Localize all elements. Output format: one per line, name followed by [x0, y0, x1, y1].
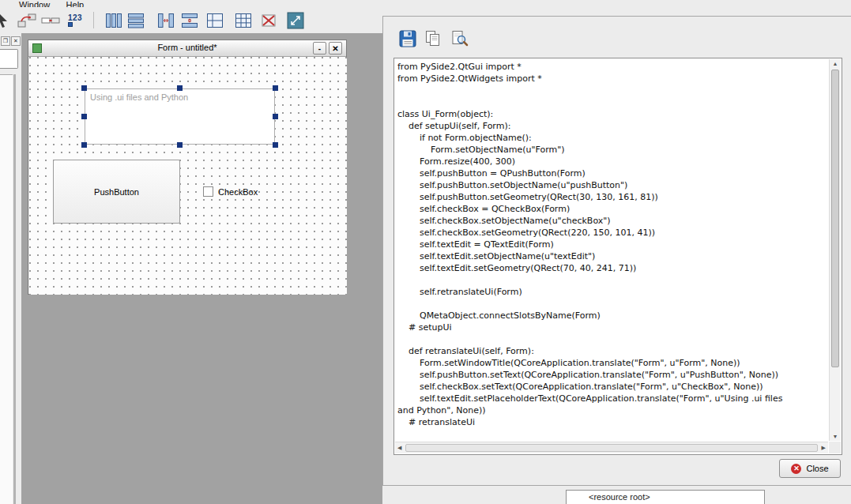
vertical-scroll-thumb[interactable]	[831, 70, 839, 367]
menu-window[interactable]: Window	[19, 0, 50, 7]
adjust-size-icon[interactable]	[284, 9, 306, 31]
tab-order-label: 123	[68, 14, 82, 21]
save-icon	[398, 29, 417, 48]
layout-splitter-vertical-icon[interactable]	[179, 9, 200, 31]
code-line	[397, 96, 827, 108]
code-line	[397, 274, 827, 286]
code-line: Form.setObjectName(u"Form")	[397, 144, 827, 156]
main-toolbar: 123	[0, 7, 382, 33]
code-line: and Python", None))	[397, 404, 827, 416]
code-line: from PySide2.QtWidgets import *	[397, 73, 827, 85]
edit-buddies-icon[interactable]	[40, 9, 61, 31]
widget-box-list[interactable]	[0, 74, 13, 504]
scroll-right-icon[interactable]: ▶	[822, 445, 826, 451]
tab-order-glyph: 123	[68, 14, 82, 27]
scroll-left-icon[interactable]: ◀	[397, 445, 401, 451]
scroll-up-icon[interactable]: ▲	[830, 61, 841, 66]
code-line: self.checkBox.setObjectName(u"checkBox")	[397, 215, 827, 227]
dock-float-button[interactable]: ❐	[1, 36, 10, 46]
resource-browser-panel: <resource root>	[566, 490, 765, 504]
code-line: QMetaObject.connectSlotsByName(Form)	[397, 310, 827, 322]
code-line: if not Form.objectName():	[397, 132, 827, 144]
scroll-down-icon[interactable]: ▼	[830, 434, 841, 439]
selection-handle[interactable]	[81, 85, 87, 91]
selection-handle[interactable]	[273, 142, 278, 148]
pushbutton-widget[interactable]: PushButton	[53, 160, 180, 224]
code-horizontal-scrollbar[interactable]: ◀ ▶	[395, 442, 828, 453]
code-line: # setupUi	[397, 322, 827, 333]
code-line: self.retranslateUi(Form)	[397, 286, 827, 298]
code-line: self.checkBox.setText(QCoreApplication.t…	[397, 381, 827, 393]
code-line: def retranslateUi(self, Form):	[397, 345, 827, 357]
close-button-label: Close	[806, 464, 828, 473]
code-line: self.checkBox.setGeometry(QRect(220, 150…	[397, 227, 827, 239]
code-lines: from PySide2.QtGui import *from PySide2.…	[397, 61, 827, 441]
scrollbar-corner	[829, 442, 841, 453]
copy-code-button[interactable]	[422, 28, 444, 50]
widget-filter-input[interactable]	[0, 49, 18, 69]
textedit-placeholder: Using .ui files and Python	[85, 89, 274, 105]
copy-icon	[424, 29, 442, 48]
code-line: self.pushButton.setObjectName(u"pushButt…	[397, 179, 827, 191]
code-line: self.pushButton.setText(QCoreApplication…	[397, 369, 827, 381]
menu-help[interactable]: Help	[66, 0, 85, 7]
save-code-button[interactable]	[397, 28, 419, 50]
code-line: self.checkBox = QCheckBox(Form)	[397, 203, 827, 215]
code-line: self.textEdit.setPlaceholderText(QCoreAp…	[397, 393, 827, 404]
code-line	[397, 85, 827, 96]
tab-order-square	[68, 22, 73, 27]
edit-signals-slots-icon[interactable]	[16, 9, 37, 31]
menubar: Window Help	[0, 0, 851, 7]
code-line: Form.resize(400, 300)	[397, 156, 827, 167]
textedit-widget[interactable]: Using .ui files and Python	[85, 88, 275, 145]
checkbox-widget[interactable]: CheckBox	[203, 175, 283, 208]
resource-root-item[interactable]: <resource root>	[567, 491, 764, 503]
code-line: self.pushButton = QPushButton(Form)	[397, 167, 827, 179]
minimize-button[interactable]: -	[313, 42, 326, 55]
selection-handle[interactable]	[177, 85, 183, 91]
form-window-titlebar[interactable]: Form - untitled* - ✕	[28, 40, 346, 57]
close-window-button[interactable]: ✕	[329, 42, 342, 55]
code-line: class Ui_Form(object):	[397, 108, 827, 120]
selection-handle[interactable]	[273, 114, 278, 119]
dock-close-button[interactable]: ✕	[11, 36, 21, 46]
find-code-button[interactable]	[449, 28, 471, 50]
toolbar-separator	[93, 12, 94, 28]
selection-handle[interactable]	[81, 114, 87, 119]
code-line	[397, 298, 827, 310]
code-line: self.pushButton.setGeometry(QRect(30, 13…	[397, 191, 827, 203]
form-canvas[interactable]: Using .ui files and Python PushButton Ch…	[29, 57, 347, 295]
search-icon	[450, 29, 469, 48]
code-line: from PySide2.QtGui import *	[397, 61, 827, 73]
qt-designer-screen: Window Help 123	[0, 0, 851, 504]
selection-handle[interactable]	[177, 142, 183, 148]
edit-widgets-icon[interactable]	[0, 9, 12, 31]
code-vertical-scrollbar[interactable]: ▲ ▼	[829, 59, 841, 441]
form-window: Form - untitled* - ✕ Using .ui files and…	[28, 39, 347, 295]
code-line: self.textEdit = QTextEdit(Form)	[397, 239, 827, 250]
layout-horizontal-icon[interactable]	[103, 9, 124, 31]
code-text-area[interactable]: from PySide2.QtGui import *from PySide2.…	[393, 58, 842, 455]
widget-box-scrollbar[interactable]	[13, 74, 16, 504]
close-button[interactable]: ✕ Close	[779, 459, 841, 478]
close-icon: ✕	[791, 464, 801, 474]
code-line	[397, 333, 827, 345]
checkbox-label: CheckBox	[218, 187, 258, 197]
edit-tab-order-icon[interactable]: 123	[63, 9, 87, 31]
selection-handle[interactable]	[81, 142, 87, 148]
mdi-area: Form - untitled* - ✕ Using .ui files and…	[21, 33, 382, 504]
widget-box-dock: ❐ ✕	[0, 33, 21, 504]
break-layout-icon[interactable]	[258, 9, 279, 31]
code-line: self.textEdit.setObjectName(u"textEdit")	[397, 250, 827, 262]
layout-splitter-horizontal-icon[interactable]	[155, 9, 176, 31]
selection-handle[interactable]	[273, 85, 278, 91]
code-line: Form.setWindowTitle(QCoreApplication.tra…	[397, 357, 827, 369]
layout-form-icon[interactable]	[204, 9, 225, 31]
layout-grid-icon[interactable]	[232, 9, 254, 31]
code-line: self.textEdit.setGeometry(QRect(70, 40, …	[397, 262, 827, 274]
form-window-title: Form - untitled*	[28, 43, 346, 52]
code-line: def setupUi(self, Form):	[397, 120, 827, 132]
horizontal-scroll-thumb[interactable]	[405, 444, 818, 452]
checkbox-indicator[interactable]	[203, 186, 213, 197]
layout-vertical-icon[interactable]	[125, 9, 146, 31]
